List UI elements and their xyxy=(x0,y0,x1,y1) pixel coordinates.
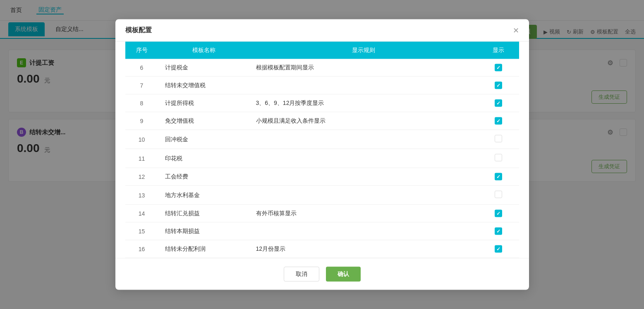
cell-seq-7: 13 xyxy=(125,185,158,204)
cell-check-10[interactable] xyxy=(478,240,519,258)
cell-check-9[interactable] xyxy=(478,222,519,240)
table-row: 9免交增值税小规模且满足收入条件显示 xyxy=(125,112,519,130)
cell-name-1: 结转未交增值税 xyxy=(158,76,249,94)
cell-check-3[interactable] xyxy=(478,112,519,130)
modal-template-config: 模板配置 ✕ 序号 模板名称 显示规则 显示 6计提税金根据模板配置期间显示7结… xyxy=(115,19,529,290)
cell-check-5[interactable] xyxy=(478,149,519,168)
modal-footer: 取消 确认 xyxy=(115,258,529,290)
table-body: 6计提税金根据模板配置期间显示7结转未交增值税8计提所得税3、6、9、12月按季… xyxy=(125,59,519,258)
checkbox-3[interactable] xyxy=(495,117,502,125)
cell-rule-7 xyxy=(249,185,478,204)
config-table: 序号 模板名称 显示规则 显示 6计提税金根据模板配置期间显示7结转未交增值税8… xyxy=(125,42,519,258)
cell-rule-8: 有外币核算显示 xyxy=(249,204,478,222)
checkbox-1[interactable] xyxy=(495,82,502,89)
table-row: 6计提税金根据模板配置期间显示 xyxy=(125,59,519,77)
checkbox-10[interactable] xyxy=(495,245,502,253)
cell-check-8[interactable] xyxy=(478,204,519,222)
cell-name-6: 工会经费 xyxy=(158,168,249,185)
cell-name-9: 结转本期损益 xyxy=(158,222,249,240)
modal-close-button[interactable]: ✕ xyxy=(513,26,519,34)
modal-body: 序号 模板名称 显示规则 显示 6计提税金根据模板配置期间显示7结转未交增值税8… xyxy=(115,42,529,258)
cell-seq-9: 15 xyxy=(125,222,158,240)
cell-name-7: 地方水利基金 xyxy=(158,185,249,204)
cell-rule-10: 12月份显示 xyxy=(249,240,478,258)
cell-check-1[interactable] xyxy=(478,76,519,94)
checkbox-8[interactable] xyxy=(495,210,502,217)
cell-name-10: 结转未分配利润 xyxy=(158,240,249,258)
table-row: 10回冲税金 xyxy=(125,130,519,149)
cell-name-0: 计提税金 xyxy=(158,59,249,77)
cell-check-6[interactable] xyxy=(478,168,519,185)
cell-rule-2: 3、6、9、12月按季度显示 xyxy=(249,94,478,112)
cell-name-5: 印花税 xyxy=(158,149,249,168)
cell-name-3: 免交增值税 xyxy=(158,112,249,130)
table-row: 15结转本期损益 xyxy=(125,222,519,240)
col-name: 模板名称 xyxy=(158,42,249,59)
checkbox-2[interactable] xyxy=(495,100,502,107)
modal-header: 模板配置 ✕ xyxy=(115,19,529,42)
cell-seq-1: 7 xyxy=(125,76,158,94)
cell-rule-6 xyxy=(249,168,478,185)
cell-seq-4: 10 xyxy=(125,130,158,149)
col-display: 显示 xyxy=(478,42,519,59)
checkbox-5[interactable] xyxy=(495,154,502,162)
cell-rule-4 xyxy=(249,130,478,149)
table-row: 16结转未分配利润12月份显示 xyxy=(125,240,519,258)
cell-rule-3: 小规模且满足收入条件显示 xyxy=(249,112,478,130)
cell-name-2: 计提所得税 xyxy=(158,94,249,112)
cell-seq-0: 6 xyxy=(125,59,158,77)
cell-seq-2: 8 xyxy=(125,94,158,112)
cell-seq-10: 16 xyxy=(125,240,158,258)
cell-name-4: 回冲税金 xyxy=(158,130,249,149)
cell-seq-5: 11 xyxy=(125,149,158,168)
cell-rule-1 xyxy=(249,76,478,94)
table-row: 13地方水利基金 xyxy=(125,185,519,204)
cell-rule-5 xyxy=(249,149,478,168)
checkbox-0[interactable] xyxy=(495,64,502,71)
table-row: 7结转未交增值税 xyxy=(125,76,519,94)
checkbox-9[interactable] xyxy=(495,228,502,235)
col-rule: 显示规则 xyxy=(249,42,478,59)
checkbox-4[interactable] xyxy=(495,135,502,143)
table-row: 11印花税 xyxy=(125,149,519,168)
cell-rule-0: 根据模板配置期间显示 xyxy=(249,59,478,77)
table-header: 序号 模板名称 显示规则 显示 xyxy=(125,42,519,59)
cell-check-4[interactable] xyxy=(478,130,519,149)
table-row: 12工会经费 xyxy=(125,168,519,185)
cell-check-2[interactable] xyxy=(478,94,519,112)
cell-seq-3: 9 xyxy=(125,112,158,130)
modal-title: 模板配置 xyxy=(125,26,152,35)
cell-check-7[interactable] xyxy=(478,185,519,204)
col-seq: 序号 xyxy=(125,42,158,59)
confirm-button[interactable]: 确认 xyxy=(326,267,361,282)
cell-seq-8: 14 xyxy=(125,204,158,222)
checkbox-7[interactable] xyxy=(495,191,502,198)
cell-seq-6: 12 xyxy=(125,168,158,185)
checkbox-6[interactable] xyxy=(495,173,502,181)
table-row: 8计提所得税3、6、9、12月按季度显示 xyxy=(125,94,519,112)
cell-name-8: 结转汇兑损益 xyxy=(158,204,249,222)
cell-check-0[interactable] xyxy=(478,59,519,77)
cancel-button[interactable]: 取消 xyxy=(284,267,319,282)
cell-rule-9 xyxy=(249,222,478,240)
table-row: 14结转汇兑损益有外币核算显示 xyxy=(125,204,519,222)
